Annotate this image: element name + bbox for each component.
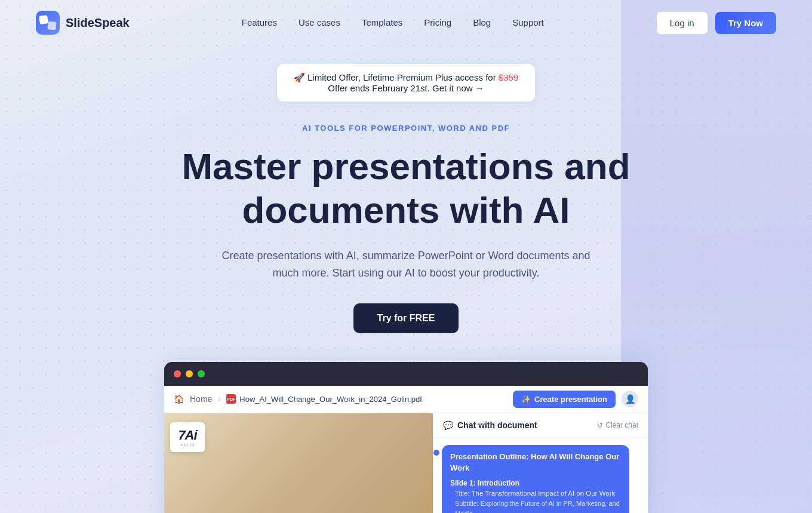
address-bar-right: ✨ Create presentation 👤 xyxy=(513,391,638,408)
breadcrumb-home: 🏠 xyxy=(174,394,184,404)
nav-links: Features Use cases Templates Pricing Blo… xyxy=(242,17,544,28)
create-label: Create presentation xyxy=(534,395,607,404)
chat-title: 💬 Chat with document xyxy=(443,420,537,430)
offer-price: $359 xyxy=(499,72,518,82)
logo-icon xyxy=(36,11,60,35)
chat-messages: Presentation Outline: How AI Will Change… xyxy=(433,438,648,513)
ai-generated-image: 7Ai GOLIN xyxy=(164,413,433,513)
nav-link-features[interactable]: Features xyxy=(242,17,277,27)
title-bar xyxy=(164,362,648,386)
slide-card-text: 7Ai xyxy=(178,428,196,443)
dot-yellow xyxy=(186,370,193,377)
create-icon: ✨ xyxy=(521,395,531,404)
navbar: SlideSpeak Features Use cases Templates … xyxy=(0,0,812,45)
brand-name: SlideSpeak xyxy=(66,16,130,30)
nav-actions: Log in Try Now xyxy=(656,11,776,35)
home-label: Home xyxy=(190,394,212,404)
nav-link-pricing[interactable]: Pricing xyxy=(424,17,451,27)
filename-label: How_AI_Will_Change_Our_Work_in_2024_Goli… xyxy=(239,395,422,404)
document-inner: 7Ai GOLIN xyxy=(164,413,433,513)
nav-link-blog[interactable]: Blog xyxy=(473,17,491,27)
offer-banner[interactable]: 🚀 Limited Offer, Lifetime Premium Plus a… xyxy=(276,63,536,102)
subtitle-val: Exploring the Future of AI in PR, Market… xyxy=(455,500,620,513)
offer-line2: Offer ends February 21st. Get it now → xyxy=(294,83,518,93)
clear-label: Clear chat xyxy=(605,421,638,429)
offer-line1: 🚀 Limited Offer, Lifetime Premium Plus a… xyxy=(294,72,518,83)
app-main-area: 7Ai GOLIN 💬 Chat with document xyxy=(164,413,648,513)
slide-logo-card: 7Ai GOLIN xyxy=(170,422,205,452)
nav-link-use-cases[interactable]: Use cases xyxy=(299,17,340,27)
breadcrumb-chevron: › xyxy=(218,395,220,403)
title-val: The Transformational Impact of AI on Our… xyxy=(472,490,616,497)
hero-sub-label: AI TOOLS FOR POWERPOINT, WORD AND PDF xyxy=(302,124,510,133)
chat-panel: 💬 Chat with document ↺ Clear chat Presen… xyxy=(433,413,648,513)
nav-link-support[interactable]: Support xyxy=(512,17,544,27)
slide-1-subtitle-line: Subtitle: Exploring the Future of AI in … xyxy=(455,499,621,513)
hero-subtitle: Create presentations with AI, summarize … xyxy=(215,247,597,282)
user-avatar: 👤 xyxy=(622,391,638,407)
slide-1-label: Slide 1: Introduction xyxy=(450,478,621,489)
logo-link[interactable]: SlideSpeak xyxy=(36,11,130,35)
outline-title: Presentation Outline: How AI Will Change… xyxy=(450,451,621,474)
create-presentation-button[interactable]: ✨ Create presentation xyxy=(513,391,616,408)
title-key: Title: xyxy=(455,490,470,497)
slide-1-item: Slide 1: Introduction Title: The Transfo… xyxy=(450,478,621,513)
cta-button[interactable]: Try for FREE xyxy=(353,303,459,333)
dot-red xyxy=(174,370,181,377)
hero-title-line2: documents with AI xyxy=(242,189,570,231)
clear-chat-button[interactable]: ↺ Clear chat xyxy=(597,421,638,429)
slide-card-sub: GOLIN xyxy=(180,443,195,447)
chat-icon: 💬 xyxy=(443,420,453,430)
subtitle-key: Subtitle: xyxy=(455,500,479,507)
chat-header: 💬 Chat with document ↺ Clear chat xyxy=(433,413,648,438)
main-content: 🚀 Limited Offer, Lifetime Premium Plus a… xyxy=(0,45,812,513)
document-preview: 7Ai GOLIN xyxy=(164,413,433,513)
dot-green xyxy=(198,370,205,377)
chat-bubble-indicator xyxy=(433,450,439,456)
browser-content: 🏠 Home › PDF How_AI_Will_Change_Our_Work… xyxy=(164,386,648,513)
file-breadcrumb: PDF How_AI_Will_Change_Our_Work_in_2024_… xyxy=(226,394,422,404)
chat-title-text: Chat with document xyxy=(457,420,537,430)
chat-bubble-1: Presentation Outline: How AI Will Change… xyxy=(442,445,629,513)
file-type-icon: PDF xyxy=(226,394,236,404)
hero-title-line1: Master presentations and xyxy=(182,146,630,187)
address-bar: 🏠 Home › PDF How_AI_Will_Change_Our_Work… xyxy=(164,386,648,413)
hero-title: Master presentations and documents with … xyxy=(182,145,630,232)
nav-link-templates[interactable]: Templates xyxy=(362,17,402,27)
slide-1-title-line: Title: The Transformational Impact of AI… xyxy=(455,489,621,499)
login-button[interactable]: Log in xyxy=(656,11,708,35)
clear-icon: ↺ xyxy=(597,421,603,429)
app-screenshot: 🏠 Home › PDF How_AI_Will_Change_Our_Work… xyxy=(164,362,648,513)
try-now-button[interactable]: Try Now xyxy=(715,12,776,34)
offer-emoji: 🚀 xyxy=(294,72,305,82)
